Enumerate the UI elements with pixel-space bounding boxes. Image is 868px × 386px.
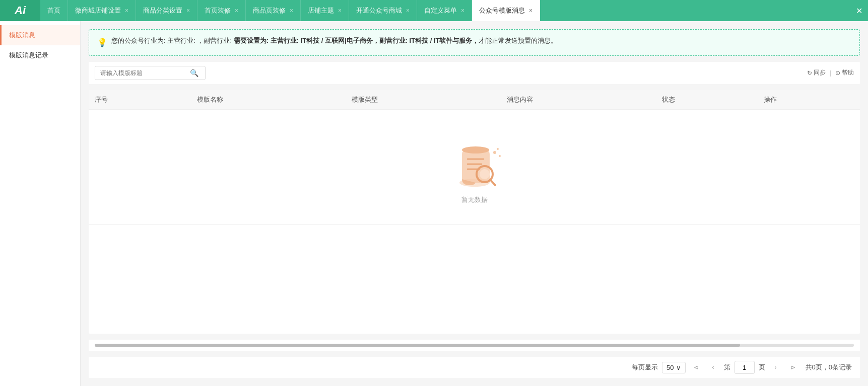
table-body: 暂无数据 <box>89 109 860 224</box>
next-page-button[interactable]: › <box>769 361 782 374</box>
svg-point-7 <box>480 169 490 179</box>
nav-tab-label: 微商城店铺设置 <box>75 6 121 15</box>
nav-tab-label: 公众号模版消息 <box>479 6 525 15</box>
page-label-post: 页 <box>759 363 765 372</box>
col-type: 模版类型 <box>346 90 501 110</box>
table-wrap: 序号模版名称模版类型消息内容状态操作 <box>89 90 860 334</box>
nav-tab-template-msg[interactable]: 公众号模版消息× <box>472 0 540 21</box>
nav-tab-shop-settings[interactable]: 微商城店铺设置× <box>68 0 136 21</box>
nav-tab-home[interactable]: 首页 <box>40 0 68 21</box>
nav-tab-home-decor[interactable]: 首页装修× <box>197 0 246 21</box>
sync-button[interactable]: ↻ 同步 <box>807 68 826 77</box>
sidebar-item-template-msg[interactable]: 模版消息 <box>0 25 80 45</box>
svg-point-2 <box>462 146 489 153</box>
col-action: 操作 <box>758 90 860 110</box>
close-tab-icon[interactable]: × <box>125 7 128 14</box>
close-tab-icon[interactable]: × <box>406 7 410 14</box>
col-status: 状态 <box>656 90 758 110</box>
toolbar: 🔍 ↻ 同步 | ⊙ 帮助 <box>89 62 860 84</box>
page-total: 共0页，0条记录 <box>806 363 852 372</box>
nav-tab-label: 商品页装修 <box>253 6 286 15</box>
page-size-value: 50 <box>666 364 674 371</box>
notice-icon: 💡 <box>97 36 107 49</box>
close-tab-icon[interactable]: × <box>235 7 238 14</box>
help-button[interactable]: ⊙ 帮助 <box>835 68 854 77</box>
search-input[interactable] <box>95 67 186 79</box>
toolbar-right: ↻ 同步 | ⊙ 帮助 <box>807 68 854 77</box>
nav-tab-product-decor[interactable]: 商品页装修× <box>246 0 301 21</box>
nav-tab-open-mall[interactable]: 开通公众号商城× <box>349 0 417 21</box>
empty-illustration <box>444 135 505 195</box>
prev-page-button[interactable]: ‹ <box>707 361 720 374</box>
last-page-button[interactable]: ⊳ <box>786 361 799 374</box>
col-content: 消息内容 <box>501 90 656 110</box>
close-tab-icon[interactable]: × <box>186 7 190 14</box>
notice-text: 您的公众号行业为: 主营行业: ，副营行业: 需要设置为: 主营行业: IT科技… <box>111 36 557 46</box>
layout: 模版消息模版消息记录 💡 您的公众号行业为: 主营行业: ，副营行业: 需要设置… <box>0 21 868 386</box>
empty-state-row: 暂无数据 <box>89 109 860 224</box>
nav-tab-label: 开通公众号商城 <box>356 6 402 15</box>
scroll-bar-row[interactable] <box>89 340 860 351</box>
page-number-input[interactable] <box>735 361 755 374</box>
col-seq: 序号 <box>89 90 191 110</box>
pagination-row: 每页显示 50 ∨ ⊲ ‹ 第 页 › ⊳ 共0页，0条记录 <box>89 357 860 378</box>
nav-tab-label: 自定义菜单 <box>424 6 457 15</box>
notice-box: 💡 您的公众号行业为: 主营行业: ，副营行业: 需要设置为: 主营行业: IT… <box>89 29 860 56</box>
toolbar-divider: | <box>830 69 831 76</box>
nav-tab-label: 首页 <box>47 6 60 15</box>
nav-tab-category-settings[interactable]: 商品分类设置× <box>136 0 197 21</box>
search-wrap: 🔍 <box>95 66 206 80</box>
first-page-button[interactable]: ⊲ <box>690 361 703 374</box>
main-content: 💡 您的公众号行业为: 主营行业: ，副营行业: 需要设置为: 主营行业: IT… <box>81 21 868 386</box>
close-all-button[interactable]: ✕ <box>850 0 868 21</box>
chevron-down-icon: ∨ <box>676 364 681 371</box>
top-nav: Ai 首页微商城店铺设置×商品分类设置×首页装修×商品页装修×店铺主题×开通公众… <box>0 0 868 21</box>
svg-point-11 <box>497 148 499 150</box>
help-icon: ⊙ <box>835 69 840 76</box>
nav-tabs: 首页微商城店铺设置×商品分类设置×首页装修×商品页装修×店铺主题×开通公众号商城… <box>40 0 850 21</box>
sync-icon: ↻ <box>807 69 812 76</box>
nav-tab-label: 商品分类设置 <box>143 6 182 15</box>
close-tab-icon[interactable]: × <box>529 7 532 14</box>
col-name: 模版名称 <box>191 90 346 110</box>
scroll-track[interactable] <box>95 344 854 347</box>
data-table: 序号模版名称模版类型消息内容状态操作 <box>89 90 860 225</box>
page-size-label: 每页显示 <box>632 363 658 372</box>
page-size-select[interactable]: 50 ∨ <box>662 362 685 373</box>
nav-tab-label: 首页装修 <box>205 6 231 15</box>
help-label: 帮助 <box>842 68 854 77</box>
svg-point-10 <box>499 155 501 157</box>
close-tab-icon[interactable]: × <box>290 7 293 14</box>
app-logo: Ai <box>0 0 40 21</box>
table-head: 序号模版名称模版类型消息内容状态操作 <box>89 90 860 110</box>
nav-tab-shop-theme[interactable]: 店铺主题× <box>301 0 349 21</box>
sidebar-item-template-msg-records[interactable]: 模版消息记录 <box>0 45 80 65</box>
nav-tab-custom-menu[interactable]: 自定义菜单× <box>417 0 472 21</box>
empty-state: 暂无数据 <box>95 115 854 219</box>
close-tab-icon[interactable]: × <box>461 7 464 14</box>
nav-tab-label: 店铺主题 <box>308 6 334 15</box>
empty-text: 暂无数据 <box>461 195 488 204</box>
close-tab-icon[interactable]: × <box>338 7 342 14</box>
sidebar: 模版消息模版消息记录 <box>0 21 81 386</box>
search-button[interactable]: 🔍 <box>186 66 203 80</box>
scroll-thumb[interactable] <box>95 344 740 347</box>
page-label-pre: 第 <box>724 363 730 372</box>
svg-line-8 <box>490 180 495 185</box>
sync-label: 同步 <box>814 68 826 77</box>
table-header-row: 序号模版名称模版类型消息内容状态操作 <box>89 90 860 110</box>
svg-point-9 <box>493 151 496 154</box>
empty-state-cell: 暂无数据 <box>89 109 860 224</box>
